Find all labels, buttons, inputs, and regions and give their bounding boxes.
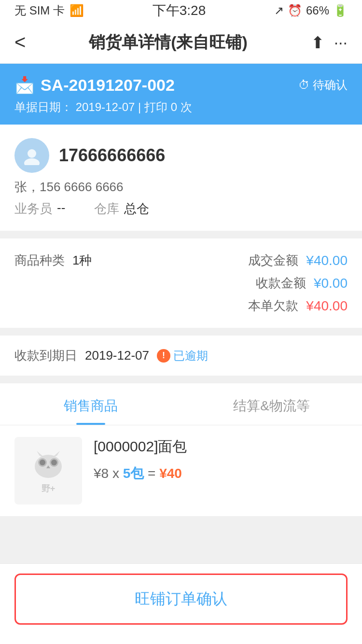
- status-time: 下午3:28: [153, 1, 206, 20]
- print-info: | 打印 0 次: [138, 100, 192, 113]
- warehouse-meta: 仓库 总仓: [94, 200, 149, 217]
- svg-point-6: [51, 460, 57, 465]
- summary-left: 商品种类 1种: [14, 252, 92, 269]
- product-thumbnail: 野+: [14, 437, 82, 504]
- svg-point-4: [40, 460, 45, 465]
- deal-amount-row: 成交金额 ¥40.00: [248, 252, 348, 269]
- svg-point-1: [24, 158, 40, 165]
- customer-section: 17666666666 张，156 6666 6666 业务员 -- 仓库 总仓: [0, 125, 362, 238]
- paid-amount-label: 收款金额: [256, 275, 306, 292]
- owed-amount-row: 本单欠款 ¥40.00: [248, 297, 348, 314]
- paid-amount-row: 收款金额 ¥0.00: [256, 275, 348, 292]
- product-types-label: 商品种类: [14, 252, 65, 269]
- carrier-text: 无 SIM 卡: [14, 3, 65, 18]
- customer-meta: 业务员 -- 仓库 总仓: [14, 200, 348, 217]
- overdue-alert-icon: !: [157, 349, 170, 363]
- salesperson-meta: 业务员 --: [14, 200, 65, 217]
- product-name: [0000002]面包: [94, 437, 348, 457]
- product-item: 野+ [0000002]面包 ¥8 x 5包 = ¥40: [14, 437, 348, 504]
- svg-marker-9: [53, 451, 60, 457]
- due-date-section: 收款到期日 2019-12-07 ! 已逾期: [0, 336, 362, 383]
- product-types-row: 商品种类 1种: [14, 252, 92, 269]
- warehouse-value: 总仓: [124, 200, 149, 217]
- warehouse-label: 仓库: [94, 200, 119, 217]
- date-label: 单据日期：: [14, 100, 72, 113]
- products-section: 野+ [0000002]面包 ¥8 x 5包 = ¥40: [0, 425, 362, 516]
- battery-icon: 🔋: [333, 4, 348, 17]
- wifi-icon: 📶: [70, 4, 84, 17]
- status-text: 待确认: [313, 77, 348, 93]
- price-value: ¥8: [94, 466, 109, 481]
- back-button[interactable]: <: [14, 31, 26, 53]
- owed-amount-value: ¥40.00: [306, 298, 348, 314]
- customer-phone: 17666666666: [59, 145, 165, 166]
- product-details: [0000002]面包 ¥8 x 5包 = ¥40: [94, 437, 348, 483]
- summary-right: 成交金额 ¥40.00 收款金额 ¥0.00 本单欠款 ¥40.00: [248, 252, 348, 314]
- salesperson-value: --: [57, 200, 65, 217]
- alarm-icon: ⏰: [288, 4, 302, 17]
- summary-section: 商品种类 1种 成交金额 ¥40.00 收款金额 ¥0.00 本单欠款 ¥40.…: [0, 238, 362, 336]
- nav-right-actions: ⬆ ···: [311, 33, 348, 52]
- owed-amount-label: 本单欠款: [248, 297, 298, 314]
- qty-value: 5包: [123, 466, 144, 481]
- tab-sales-products[interactable]: 销售商品: [0, 383, 181, 425]
- share-icon[interactable]: ⬆: [311, 33, 324, 52]
- nav-bar: < 销货单详情(来自旺铺) ⬆ ···: [0, 21, 362, 64]
- deal-amount-label: 成交金额: [248, 252, 298, 269]
- status-bar: 无 SIM 卡 📶 下午3:28 ↗ ⏰ 66% 🔋: [0, 0, 362, 21]
- customer-avatar: [14, 138, 49, 173]
- status-clock-icon: ⏱: [298, 78, 310, 92]
- salesperson-label: 业务员: [14, 200, 52, 217]
- equals-sign: =: [148, 466, 159, 481]
- deal-amount-value: ¥40.00: [306, 253, 348, 268]
- multiply-sign: x: [112, 466, 123, 481]
- overdue-badge: ! 已逾期: [157, 348, 208, 364]
- tab-active-indicator: [76, 423, 105, 425]
- product-price: ¥8 x 5包 = ¥40: [94, 464, 348, 483]
- status-bar-left: 无 SIM 卡 📶: [14, 3, 84, 18]
- svg-marker-8: [37, 451, 43, 457]
- customer-header-row: 17666666666: [14, 138, 348, 173]
- order-type-icon: 📩: [14, 75, 35, 95]
- due-date-value: 2019-12-07: [85, 348, 149, 363]
- status-bar-right: ↗ ⏰ 66% 🔋: [274, 4, 348, 17]
- overdue-text: 已逾期: [173, 348, 208, 364]
- bottom-action-bar: 旺铺订单确认: [0, 563, 362, 644]
- product-tabs: 销售商品 结算&物流等: [0, 383, 362, 425]
- order-id: 📩 SA-20191207-002: [14, 75, 175, 95]
- order-id-row: 📩 SA-20191207-002 ⏱ 待确认: [14, 75, 348, 95]
- order-date-row: 单据日期： 2019-12-07 | 打印 0 次: [14, 99, 348, 115]
- total-value: ¥40: [159, 466, 182, 481]
- due-date-label: 收款到期日: [14, 347, 77, 364]
- location-icon: ↗: [274, 4, 284, 17]
- paid-amount-value: ¥0.00: [314, 276, 348, 291]
- customer-name-info: 张，156 6666 6666: [14, 179, 348, 196]
- battery-text: 66%: [306, 4, 329, 17]
- svg-point-0: [28, 149, 36, 158]
- tab-settlement-logistics[interactable]: 结算&物流等: [181, 383, 362, 425]
- product-types-value: 1种: [72, 252, 92, 269]
- confirm-order-button[interactable]: 旺铺订单确认: [14, 574, 348, 625]
- order-status: ⏱ 待确认: [298, 77, 348, 93]
- order-header: 📩 SA-20191207-002 ⏱ 待确认 单据日期： 2019-12-07…: [0, 64, 362, 125]
- order-id-text: SA-20191207-002: [41, 76, 175, 95]
- more-icon[interactable]: ···: [334, 33, 348, 52]
- page-title: 销货单详情(来自旺铺): [89, 31, 248, 54]
- date-value: 2019-12-07: [76, 100, 135, 113]
